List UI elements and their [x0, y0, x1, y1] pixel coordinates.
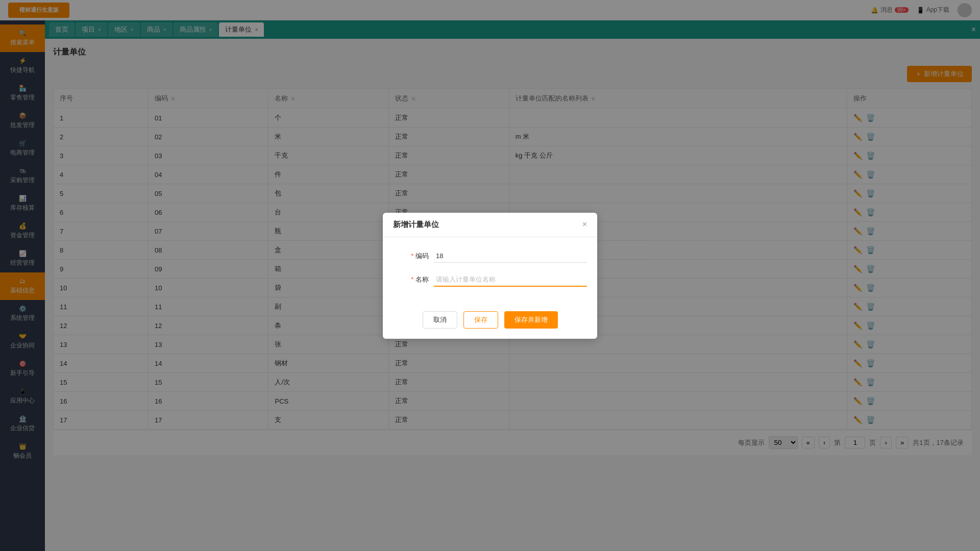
modal-title: 新增计量单位 [393, 220, 439, 230]
modal-body: * 编码 * 名称 [383, 237, 597, 305]
form-row-name: * 名称 [393, 273, 587, 287]
modal-header: 新增计量单位 × [383, 213, 597, 237]
save-button[interactable]: 保存 [463, 311, 498, 329]
save-and-new-button[interactable]: 保存并新增 [504, 311, 558, 329]
modal-footer: 取消 保存 保存并新增 [383, 305, 597, 339]
add-unit-modal: 新增计量单位 × * 编码 * 名称 取消 保存 保存并新增 [383, 213, 597, 339]
name-input[interactable] [434, 273, 587, 287]
code-input[interactable] [434, 249, 587, 263]
name-label: * 名称 [393, 275, 429, 284]
modal-overlay: 新增计量单位 × * 编码 * 名称 取消 保存 保存并新增 [0, 0, 980, 551]
code-label: * 编码 [393, 252, 429, 261]
cancel-button[interactable]: 取消 [423, 311, 457, 329]
form-row-code: * 编码 [393, 249, 587, 263]
modal-close-button[interactable]: × [582, 220, 587, 229]
